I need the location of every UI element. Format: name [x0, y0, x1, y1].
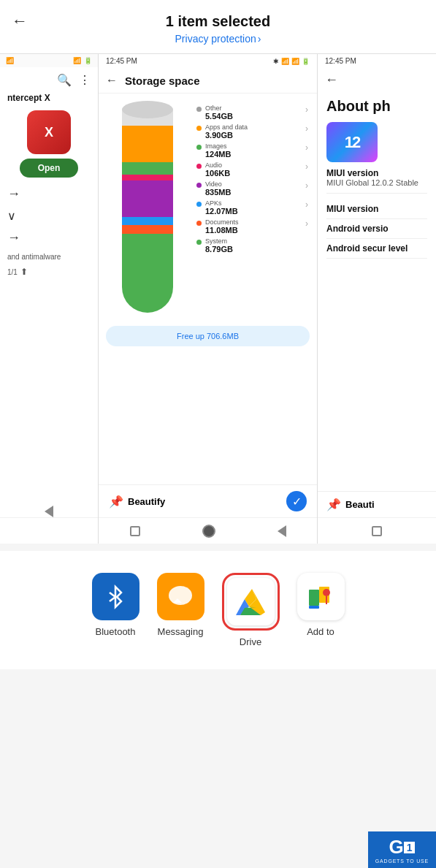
storage-images[interactable]: Images 124MB ›: [196, 142, 308, 159]
share-apps-row: Bluetooth Messaging: [12, 573, 424, 647]
storage-audio[interactable]: Audio 106KB ›: [196, 161, 308, 178]
bluetooth-share-item[interactable]: Bluetooth: [92, 573, 139, 637]
miui-version-row[interactable]: MIUI version: [326, 199, 427, 219]
open-button[interactable]: Open: [20, 159, 78, 178]
messaging-label: Messaging: [158, 626, 204, 637]
messaging-share-item[interactable]: Messaging: [157, 573, 204, 637]
back-button[interactable]: ←: [12, 12, 28, 31]
nav-square-icon: [130, 526, 140, 536]
screenshot-middle: 12:45 PM ✱📶📶🔋 ← Storage space: [99, 54, 318, 544]
drive-selected-border: [222, 573, 280, 631]
screenshots-row: 📶 📶🔋 🔍 ⋮ ntercept X X Open → ∨ → and ant…: [0, 54, 436, 544]
drive-icon: [234, 587, 267, 617]
maps-share-item[interactable]: Add to: [297, 573, 345, 637]
left-arrow-2: →: [0, 226, 98, 250]
android-security-row[interactable]: Android secur level: [326, 239, 427, 259]
middle-nav-title: Storage space: [125, 75, 200, 87]
storage-documents[interactable]: Documents 11.08MB ›: [196, 218, 308, 235]
page-indicator: 1/1 ⬆: [0, 264, 98, 280]
storage-apks[interactable]: APKs 12.07MB ›: [196, 199, 308, 216]
storage-other[interactable]: Other 5.54GB ›: [196, 104, 308, 121]
share-section: Bluetooth Messaging: [0, 551, 436, 669]
storage-cylinder: [107, 101, 188, 313]
miui-version-info: MIUI version MIUI Global 12.0.2 Stable: [326, 168, 427, 187]
right-divider-1: [326, 193, 427, 194]
nav-back-icon: [278, 525, 286, 537]
left-chevron: ∨: [0, 206, 98, 226]
storage-list: Other 5.54GB › Apps and data 3.90GB ›: [196, 101, 308, 254]
left-top-bar: 🔍 ⋮: [0, 67, 98, 90]
maps-icon-bg: [297, 573, 345, 620]
watermark: G 1 GADGETS TO USE: [368, 831, 436, 868]
watermark-1: 1: [404, 842, 416, 853]
storage-system[interactable]: System 8.79GB: [196, 237, 308, 254]
middle-nav: ← Storage space: [99, 68, 317, 94]
maps-icon: [305, 581, 337, 613]
bluetooth-icon-bg: [92, 573, 139, 620]
watermark-g: G: [389, 836, 403, 859]
screenshot-left: 📶 📶🔋 🔍 ⋮ ntercept X X Open → ∨ → and ant…: [0, 54, 99, 544]
right-status-bar: 12:45 PM: [318, 54, 436, 68]
svg-point-11: [323, 589, 330, 596]
privacy-protection-link[interactable]: Privacy protection ›: [175, 33, 261, 45]
middle-nav-bar: [99, 517, 317, 544]
left-antimalware-text: and antimalware: [0, 250, 98, 264]
drive-share-item[interactable]: Drive: [222, 573, 280, 647]
android-version-row[interactable]: Android versio: [326, 219, 427, 239]
right-nav-square: [372, 526, 382, 536]
storage-apps[interactable]: Apps and data 3.90GB ›: [196, 123, 308, 140]
svg-rect-8: [309, 590, 319, 606]
left-arrow-1: →: [0, 182, 98, 206]
right-nav-bar: [318, 517, 436, 544]
messaging-icon-bg: [157, 573, 204, 620]
miui-logo: 12: [326, 122, 378, 162]
left-nav-triangle: [0, 506, 98, 517]
nav-home-icon: [202, 525, 215, 538]
messaging-icon: [166, 582, 195, 612]
screenshot-right: 12:45 PM ← About ph 12 MIUI version MIUI…: [318, 54, 436, 544]
storage-chart: Other 5.54GB › Apps and data 3.90GB ›: [99, 94, 317, 320]
drive-label: Drive: [240, 636, 261, 647]
right-back-nav: ←: [318, 68, 436, 91]
beautify-bar: 📌 Beautify ✓: [99, 484, 317, 517]
free-up-button[interactable]: Free up 706.6MB: [106, 326, 310, 346]
page-title: 1 item selected: [166, 13, 270, 30]
middle-status-bar: 12:45 PM ✱📶📶🔋: [99, 54, 317, 68]
right-beautify-bar: 📌 Beauti: [318, 491, 436, 517]
drive-icon-bg: [227, 578, 275, 625]
check-icon: ✓: [286, 491, 307, 511]
right-page-title: About ph: [326, 98, 427, 115]
watermark-text: GADGETS TO USE: [375, 859, 429, 864]
svg-rect-10: [309, 606, 319, 609]
bluetooth-icon: [102, 584, 129, 610]
left-nav-bar: [0, 517, 98, 544]
left-status-bar: 📶 📶🔋: [0, 54, 98, 67]
right-about-content: About ph 12 MIUI version MIUI Global 12.…: [318, 91, 436, 266]
left-app-name-partial: ntercept X: [0, 90, 98, 106]
header: ← 1 item selected Privacy protection ›: [0, 0, 436, 54]
maps-label: Add to: [307, 626, 334, 637]
storage-video[interactable]: Video 835MB ›: [196, 180, 308, 197]
bluetooth-label: Bluetooth: [96, 626, 136, 637]
middle-back-button[interactable]: ←: [106, 74, 118, 87]
